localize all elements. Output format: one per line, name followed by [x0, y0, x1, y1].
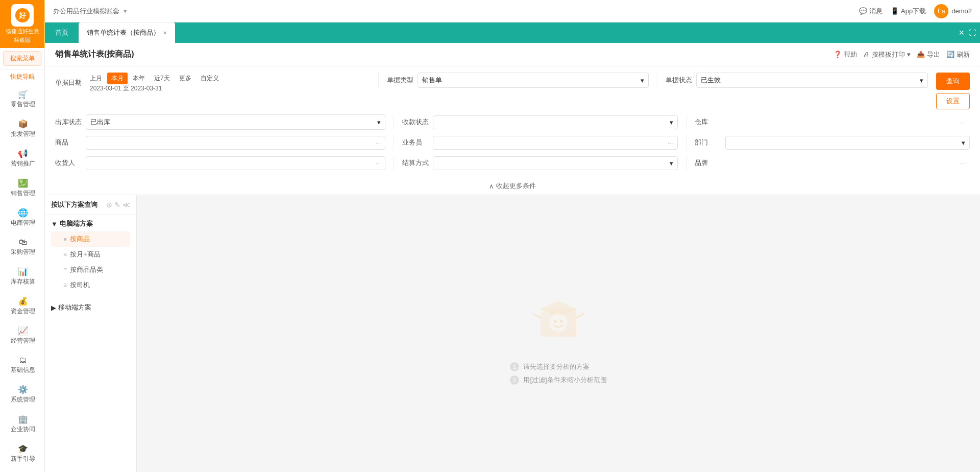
user-info[interactable]: Ea demo2 — [934, 4, 972, 18]
quick-nav-button[interactable]: 快捷导航 — [0, 69, 44, 84]
tab-report[interactable]: 销售单统计表（按商品） ✕ — [79, 22, 175, 43]
industry-dropdown-icon[interactable]: ▾ — [124, 7, 127, 15]
brand-input[interactable]: ··· — [725, 157, 970, 170]
sidebar-item-marketing[interactable]: 📢 营销推广 — [0, 144, 44, 173]
scheme-item-by-product[interactable]: ● 按商品 — [51, 231, 130, 247]
receiver-filter: 收货人 ··· — [55, 156, 385, 170]
date-tab-7days[interactable]: 近7天 — [150, 73, 174, 84]
date-filter: 单据日期 上月 本月 本年 近7天 更多 自定义 2023-03-01 至 20… — [55, 73, 370, 93]
doc-type-value: 销售单 — [422, 76, 442, 85]
sidebar-item-wholesale[interactable]: 📦 批发管理 — [0, 114, 44, 144]
print-label: 按模板打印 — [872, 50, 905, 59]
divider-2 — [657, 73, 657, 88]
sidebar-item-inventory[interactable]: 📊 库存核算 — [0, 262, 44, 291]
collapse-scheme-button[interactable]: ≪ — [122, 201, 130, 209]
department-select[interactable]: ▾ — [725, 136, 970, 150]
sidebar-item-basic-label: 基础信息 — [11, 366, 35, 374]
svg-line-10 — [576, 314, 584, 318]
print-dropdown-icon[interactable]: ▾ — [907, 51, 911, 58]
main-area: 办公用品行业模拟账套 ▾ 💬 消息 📱 App下载 Ea demo2 首页 销售… — [45, 0, 980, 472]
query-button[interactable]: 查询 — [936, 73, 970, 90]
help-icon: ❓ — [834, 51, 842, 58]
salesperson-input[interactable]: ··· — [433, 136, 677, 150]
sidebar-item-appstore[interactable]: 📱 应用中心 — [0, 468, 44, 472]
help-button[interactable]: ❓ 帮助 — [834, 50, 857, 59]
filter-panel: 单据日期 上月 本月 本年 近7天 更多 自定义 2023-03-01 至 20… — [45, 66, 980, 177]
warehouse-dots[interactable]: ··· — [960, 119, 966, 126]
doc-status-label: 单据状态 — [666, 76, 696, 85]
content-area: 按以下方案查询 ⊕ ✎ ≪ ▼ 电脑端方案 ● 按商品 — [45, 195, 980, 472]
hint-num-2: 2 — [510, 375, 519, 385]
collapse-row: ∧ 收起更多条件 — [45, 177, 980, 195]
collapse-label: 收起更多条件 — [496, 181, 536, 191]
receiver-input[interactable]: ··· — [86, 156, 385, 170]
sidebar-item-guide[interactable]: 🎓 新手引导 — [0, 439, 44, 468]
scheme-item-by-cashier-icon: ≡ — [63, 281, 67, 289]
scheme-item-by-month-product[interactable]: ≡ 按月+商品 — [51, 247, 130, 262]
mobile-scheme-expand[interactable]: ▶ 移动端方案 — [51, 303, 130, 312]
sidebar-item-marketing-label: 营销推广 — [11, 159, 35, 168]
receiver-dots[interactable]: ··· — [375, 159, 381, 167]
sidebar-item-system-label: 系统管理 — [11, 395, 35, 404]
date-tab-more[interactable]: 更多 — [175, 73, 195, 84]
close-window-icon[interactable]: ✕ — [959, 29, 965, 37]
tabbar: 首页 销售单统计表（按商品） ✕ ✕ ⛶ — [45, 22, 980, 43]
print-button[interactable]: 🖨 按模板打印 ▾ — [863, 50, 911, 59]
scheme-panel: 按以下方案查询 ⊕ ✎ ≪ ▼ 电脑端方案 ● 按商品 — [45, 195, 137, 472]
product-filter: 商品 ··· — [55, 136, 385, 150]
doc-status-select[interactable]: 已生效 ▾ — [696, 73, 928, 88]
sidebar-item-enterprise[interactable]: 🏢 企业协同 — [0, 409, 44, 439]
sidebar-item-ecommerce[interactable]: 🌐 电商管理 — [0, 203, 44, 232]
pc-scheme-expand[interactable]: ▼ 电脑端方案 — [51, 219, 130, 228]
settings-button[interactable]: 设置 — [936, 93, 970, 109]
settlement-select[interactable]: ▾ — [433, 156, 677, 170]
divider-5 — [394, 135, 394, 150]
receive-status-select[interactable]: ▾ — [433, 115, 677, 129]
refresh-button[interactable]: 🔄 刷新 — [946, 50, 970, 59]
warehouse-select[interactable]: ··· — [725, 116, 970, 129]
scheme-header: 按以下方案查询 ⊕ ✎ ≪ — [45, 195, 136, 215]
collapse-button[interactable]: ∧ 收起更多条件 — [489, 181, 536, 191]
product-dots[interactable]: ··· — [375, 139, 381, 147]
product-input[interactable]: ··· — [86, 136, 385, 150]
action-buttons: 查询 设置 — [936, 73, 970, 109]
message-button[interactable]: 💬 消息 — [859, 7, 883, 16]
sidebar-item-retail[interactable]: 🛒 零售管理 — [0, 84, 44, 114]
add-scheme-button[interactable]: ⊕ — [106, 201, 112, 209]
sidebar-item-operations[interactable]: 📈 经营管理 — [0, 321, 44, 350]
export-button[interactable]: 📤 导出 — [917, 50, 940, 59]
department-filter: 部门 ▾ — [695, 136, 970, 150]
scheme-item-by-category[interactable]: ≡ 按商品品类 — [51, 262, 130, 277]
print-icon: 🖨 — [863, 51, 870, 58]
app-download-button[interactable]: 📱 App下载 — [891, 7, 926, 16]
search-menu-button[interactable]: 搜索菜单 — [3, 51, 41, 66]
doc-type-label: 单据类型 — [387, 76, 418, 85]
sidebar-item-wholesale-label: 批发管理 — [11, 130, 35, 138]
date-tab-custom[interactable]: 自定义 — [197, 73, 223, 84]
date-tab-this-year[interactable]: 本年 — [129, 73, 149, 84]
doc-type-select[interactable]: 销售单 ▾ — [418, 73, 649, 88]
brand-dots[interactable]: ··· — [960, 159, 966, 167]
maximize-window-icon[interactable]: ⛶ — [969, 29, 976, 37]
settlement-label: 结算方式 — [402, 158, 433, 168]
marketing-icon: 📢 — [18, 149, 28, 158]
sidebar-item-sales[interactable]: 💹 销售管理 — [0, 173, 44, 203]
pc-scheme-category: ▼ 电脑端方案 ● 按商品 ≡ 按月+商品 ≡ 按商品品类 — [45, 215, 136, 297]
logo-icon: 好 — [11, 4, 34, 27]
out-status-select[interactable]: 已出库 ▾ — [86, 114, 385, 130]
sidebar-item-basic[interactable]: 🗂 基础信息 — [0, 350, 44, 380]
tab-home[interactable]: 首页 — [45, 22, 79, 43]
sales-icon: 💹 — [18, 178, 28, 188]
scheme-item-by-cashier[interactable]: ≡ 按司机 — [51, 277, 130, 293]
edit-scheme-button[interactable]: ✎ — [114, 201, 120, 209]
sidebar-item-system[interactable]: ⚙️ 系统管理 — [0, 380, 44, 409]
scheme-item-by-product-icon: ● — [63, 235, 67, 243]
out-status-value: 已出库 — [90, 117, 110, 127]
sidebar-item-finance[interactable]: 💰 资金管理 — [0, 291, 44, 321]
tab-report-close-icon[interactable]: ✕ — [163, 30, 167, 36]
date-tab-this-month[interactable]: 本月 — [107, 73, 128, 84]
date-tab-last-month[interactable]: 上月 — [86, 73, 106, 84]
sidebar-item-purchase[interactable]: 🛍 采购管理 — [0, 232, 44, 262]
svg-line-9 — [533, 314, 541, 318]
salesperson-dots[interactable]: ··· — [668, 139, 673, 147]
